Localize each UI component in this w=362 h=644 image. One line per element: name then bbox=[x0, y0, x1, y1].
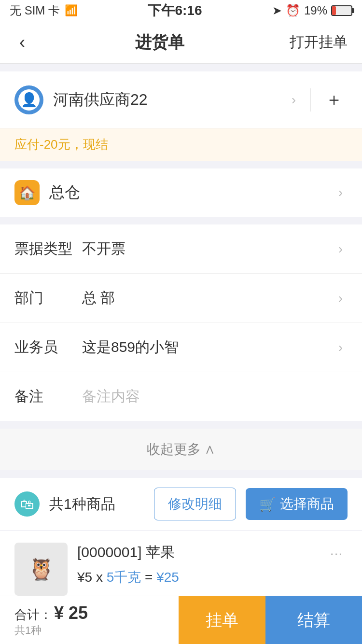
total-count: 共1种 bbox=[14, 623, 164, 638]
page-title: 进货单 bbox=[135, 31, 184, 54]
remark-placeholder: 备注内容 bbox=[82, 387, 348, 406]
total-price: ¥25 bbox=[156, 570, 179, 585]
warehouse-icon-wrap: 🏠 bbox=[14, 180, 40, 205]
warehouse-row[interactable]: 🏠 总仓 › bbox=[0, 168, 362, 217]
open-hang-button[interactable]: 打开挂单 bbox=[290, 32, 348, 52]
add-icon[interactable]: ＋ bbox=[320, 83, 348, 116]
department-row[interactable]: 部门 总 部 › bbox=[0, 274, 362, 323]
status-right: ➤ ⏰ 19% bbox=[272, 4, 352, 17]
select-product-icon: 🛒 bbox=[259, 496, 276, 512]
supplier-name: 河南供应商22 bbox=[53, 89, 292, 111]
vertical-divider bbox=[310, 88, 311, 112]
remark-row[interactable]: 备注 备注内容 bbox=[0, 372, 362, 421]
products-header: 🛍 共1种商品 修改明细 🛒 选择商品 bbox=[0, 478, 362, 530]
salesperson-value: 这是859的小智 bbox=[82, 337, 338, 357]
select-product-button[interactable]: 🛒 选择商品 bbox=[246, 488, 348, 520]
remark-label: 备注 bbox=[14, 387, 82, 406]
status-left: 无 SIM 卡 📶 bbox=[10, 3, 78, 18]
status-bar: 无 SIM 卡 📶 下午6:16 ➤ ⏰ 19% bbox=[0, 0, 362, 21]
product-name: [0000001] 苹果 bbox=[77, 543, 315, 562]
status-time: 下午6:16 bbox=[148, 1, 202, 20]
checkout-button[interactable]: 结算 bbox=[265, 596, 362, 644]
battery-icon bbox=[331, 5, 352, 16]
quantity: 5千克 bbox=[107, 570, 141, 585]
products-count: 共1种商品 bbox=[49, 494, 144, 514]
product-info: [0000001] 苹果 ¥5 x 5千克 = ¥25 bbox=[77, 543, 315, 587]
main-content: 👤 河南供应商22 › ＋ 应付-20元，现结 🏠 总仓 › 票据类型 不开票 … bbox=[0, 64, 362, 644]
checkout-label: 结算 bbox=[297, 609, 330, 631]
unit-price: ¥5 x bbox=[77, 570, 107, 585]
product-title: 苹果 bbox=[146, 544, 175, 560]
invoice-type-label: 票据类型 bbox=[14, 239, 82, 259]
battery-fill bbox=[332, 6, 336, 15]
supplier-avatar: 👤 bbox=[14, 85, 43, 114]
supplier-status-text: 应付-20元，现结 bbox=[14, 137, 108, 152]
chevron-right-icon: › bbox=[292, 92, 296, 108]
bottom-bar: 合计： ¥ 25 共1种 挂单 结算 bbox=[0, 596, 362, 644]
chevron-right-icon-2: › bbox=[338, 185, 343, 200]
invoice-type-value: 不开票 bbox=[82, 239, 338, 259]
hang-button[interactable]: 挂单 bbox=[179, 596, 265, 644]
battery-text: 19% bbox=[304, 4, 327, 17]
total-section: 合计： ¥ 25 共1种 bbox=[0, 596, 179, 644]
nav-bar: ‹ 进货单 打开挂单 bbox=[0, 21, 362, 64]
edit-detail-button[interactable]: 修改明细 bbox=[154, 488, 236, 520]
supplier-status-banner: 应付-20元，现结 bbox=[0, 128, 362, 161]
spacer2 bbox=[0, 470, 362, 478]
products-icon-wrap: 🛍 bbox=[14, 491, 40, 517]
form-card: 票据类型 不开票 › 部门 总 部 › 业务员 这是859的小智 › 备注 备注… bbox=[0, 224, 362, 421]
supplier-row[interactable]: 👤 河南供应商22 › ＋ bbox=[0, 71, 362, 128]
chevron-right-icon-5: › bbox=[338, 340, 343, 355]
equals: = bbox=[141, 570, 156, 585]
department-label: 部门 bbox=[14, 288, 82, 308]
wifi-icon: 📶 bbox=[65, 4, 78, 17]
hang-label: 挂单 bbox=[206, 609, 238, 631]
carrier-text: 无 SIM 卡 bbox=[10, 3, 60, 18]
collapse-label: 收起更多 ∧ bbox=[147, 442, 216, 457]
total-label: 合计： bbox=[14, 606, 52, 623]
invoice-type-row[interactable]: 票据类型 不开票 › bbox=[0, 224, 362, 274]
warehouse-icon: 🏠 bbox=[19, 185, 36, 201]
collapse-toggle[interactable]: 收起更多 ∧ bbox=[0, 429, 362, 470]
salesperson-label: 业务员 bbox=[14, 337, 82, 357]
product-more-button[interactable]: ··· bbox=[325, 543, 348, 564]
warehouse-label: 总仓 bbox=[49, 182, 338, 203]
department-value: 总 部 bbox=[82, 288, 338, 308]
location-icon: ➤ bbox=[272, 4, 282, 17]
cart-icon: 🛍 bbox=[20, 496, 34, 512]
alarm-icon: ⏰ bbox=[286, 4, 300, 17]
product-code: [0000001] bbox=[77, 544, 146, 560]
person-icon: 👤 bbox=[21, 92, 38, 108]
back-button[interactable]: ‹ bbox=[14, 28, 30, 57]
chevron-right-icon-4: › bbox=[338, 291, 343, 306]
product-price: ¥5 x 5千克 = ¥25 bbox=[77, 568, 315, 587]
warehouse-card: 🏠 总仓 › bbox=[0, 168, 362, 217]
select-product-label: 选择商品 bbox=[280, 495, 334, 513]
product-thumb-icon: 🦉 bbox=[28, 557, 55, 582]
spacer bbox=[0, 64, 362, 71]
product-thumbnail: 🦉 bbox=[14, 543, 68, 596]
salesperson-row[interactable]: 业务员 这是859的小智 › bbox=[0, 323, 362, 372]
total-amount: ¥ 25 bbox=[54, 603, 88, 623]
supplier-card: 👤 河南供应商22 › ＋ 应付-20元，现结 bbox=[0, 71, 362, 161]
chevron-right-icon-3: › bbox=[338, 241, 343, 257]
